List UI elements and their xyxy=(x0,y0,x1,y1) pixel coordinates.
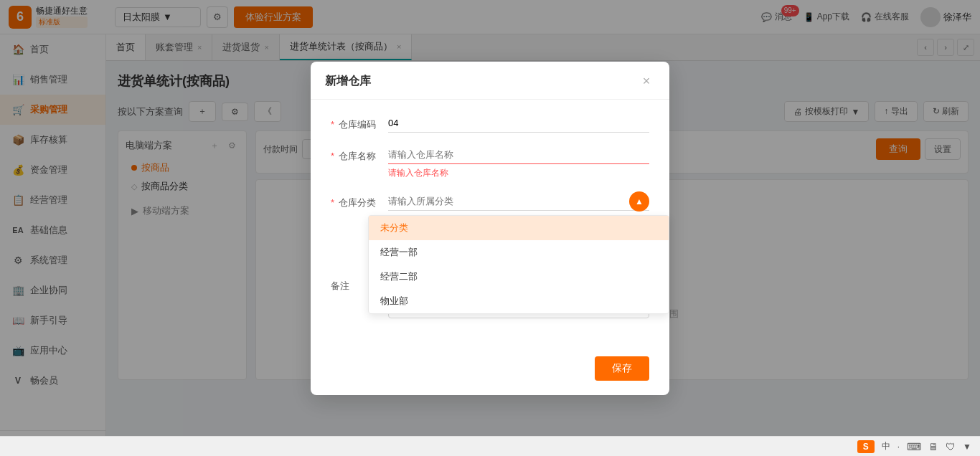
dropdown-item-2[interactable]: 经营二部 xyxy=(369,265,669,289)
category-form-row: * 仓库分类 ▲ 未分类 经营一部 经营二部 物业部 xyxy=(331,192,649,211)
modal-close-button[interactable]: × xyxy=(638,73,655,90)
required-star-name: * xyxy=(331,151,334,161)
category-form-label: * 仓库分类 xyxy=(331,192,388,209)
name-error-msg: 请输入仓库名称 xyxy=(388,167,649,179)
category-label-text: 仓库分类 xyxy=(339,197,376,208)
category-form-field: ▲ 未分类 经营一部 经营二部 物业部 xyxy=(388,192,649,211)
code-form-field xyxy=(388,114,649,133)
name-form-row: * 仓库名称 请输入仓库名称 xyxy=(331,146,649,179)
category-dropdown-list: 未分类 经营一部 经营二部 物业部 xyxy=(368,215,669,314)
keyboard-icon: ⌨ xyxy=(907,441,921,452)
save-button[interactable]: 保存 xyxy=(595,356,649,381)
dropdown-item-0[interactable]: 未分类 xyxy=(369,216,669,240)
code-form-row: * 仓库编码 xyxy=(331,114,649,133)
dropdown-item-1[interactable]: 经营一部 xyxy=(369,240,669,265)
code-label-text: 仓库编码 xyxy=(339,119,376,130)
code-form-label: * 仓库编码 xyxy=(331,114,388,131)
monitor-icon: 🖥 xyxy=(928,441,938,452)
category-dropdown-arrow[interactable]: ▲ xyxy=(629,191,649,212)
status-bar: S 中 · ⌨ 🖥 🛡 ▼ xyxy=(0,436,980,456)
modal-title: 新增仓库 xyxy=(325,74,371,89)
name-form-field: 请输入仓库名称 xyxy=(388,146,649,179)
expand-icon: ▼ xyxy=(963,442,971,452)
name-form-label: * 仓库名称 xyxy=(331,146,388,163)
modal-overlay[interactable]: 新增仓库 × * 仓库编码 * 仓库名称 xyxy=(0,0,980,456)
new-warehouse-modal: 新增仓库 × * 仓库编码 * 仓库名称 xyxy=(311,62,669,395)
required-star-category: * xyxy=(331,197,334,208)
modal-header: 新增仓库 × xyxy=(311,62,669,100)
note-label-text: 备注 xyxy=(331,280,349,291)
name-input[interactable] xyxy=(388,146,649,164)
modal-body: * 仓库编码 * 仓库名称 请输入仓库名称 xyxy=(311,100,669,348)
required-star-code: * xyxy=(331,119,334,130)
status-text-zh: 中 xyxy=(882,440,890,452)
modal-footer: 保存 xyxy=(311,348,669,395)
status-icon-dot: · xyxy=(897,442,900,452)
category-input[interactable] xyxy=(388,192,649,211)
s-brand-icon: S xyxy=(857,440,875,453)
code-input[interactable] xyxy=(388,114,649,133)
shield-icon: 🛡 xyxy=(946,441,956,452)
name-label-text: 仓库名称 xyxy=(339,151,376,161)
dropdown-item-3[interactable]: 物业部 xyxy=(369,289,669,313)
